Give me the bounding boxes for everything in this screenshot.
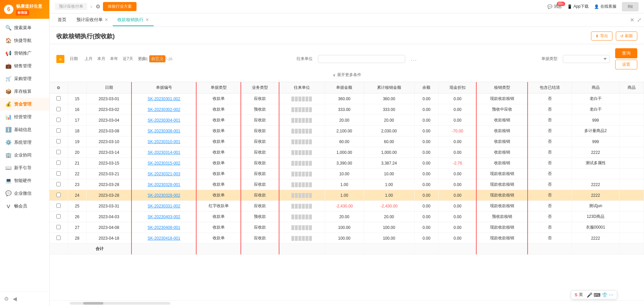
partner-input[interactable] xyxy=(318,55,405,63)
query-button[interactable]: 查询 xyxy=(615,48,637,58)
col-header-amount[interactable]: 单据金额 xyxy=(325,82,364,94)
row-select[interactable] xyxy=(50,190,68,201)
filter-more-dots[interactable]: ... xyxy=(411,56,417,62)
header-settings-icon[interactable]: ⚙ xyxy=(96,3,100,10)
row-select[interactable] xyxy=(50,94,68,104)
row-checkbox[interactable] xyxy=(56,171,61,176)
online-service-button[interactable]: 👤 在线客服 xyxy=(594,4,616,9)
row-checkbox[interactable] xyxy=(56,107,61,111)
col-header-verify-type[interactable]: 核销类型 xyxy=(476,82,527,94)
row-select[interactable] xyxy=(50,158,68,169)
row-order-no[interactable]: SK-20230308-001 xyxy=(131,126,196,136)
sidebar-item-member[interactable]: V畅会员 xyxy=(0,200,49,212)
col-header-include-settled[interactable]: 包含已结清 xyxy=(528,82,572,94)
row-order-no[interactable]: SK-20230302-002 xyxy=(131,104,196,115)
row-select[interactable] xyxy=(50,104,68,115)
row-checkbox[interactable] xyxy=(56,236,61,240)
row-checkbox[interactable] xyxy=(56,150,61,154)
tab-verify[interactable]: 收款核销执行 ✕ xyxy=(113,14,154,26)
row-checkbox[interactable] xyxy=(56,193,61,197)
export-button[interactable]: ⬆ 导出 xyxy=(591,32,612,41)
sidebar-item-search[interactable]: 🔍搜索菜单 xyxy=(0,21,49,34)
row-select[interactable] xyxy=(50,179,68,190)
sidebar-item-marketing[interactable]: 📢营销推广 xyxy=(0,47,49,60)
row-order-no[interactable]: SK-20230403-002 xyxy=(131,211,196,222)
sidebar-item-finance[interactable]: 💰资金管理 xyxy=(0,98,49,111)
col-header-order-no[interactable]: 单据编号 xyxy=(131,82,196,94)
doc-type-select[interactable] xyxy=(563,55,610,63)
col-header-date[interactable]: 日期 xyxy=(87,82,131,94)
solution-button[interactable]: 体验行业方案 xyxy=(103,2,137,11)
row-checkbox[interactable] xyxy=(56,118,61,122)
row-order-no[interactable]: SK-20230331-002 xyxy=(131,201,196,211)
col-header-product[interactable]: 商品 xyxy=(572,82,620,94)
sidebar-item-purchase[interactable]: 🛒采购管理 xyxy=(0,72,49,85)
col-header-verified[interactable]: 累计核销金额 xyxy=(364,82,414,94)
filter-toggle-button[interactable]: » xyxy=(56,55,64,63)
sidebar-item-inventory[interactable]: 📦库存核算 xyxy=(0,85,49,98)
row-checkbox[interactable] xyxy=(56,203,61,208)
expand-more-button[interactable]: ∨ 展开更多条件 xyxy=(333,72,361,78)
row-select[interactable] xyxy=(50,126,68,136)
row-order-no[interactable]: SK-20230408-001 xyxy=(131,222,196,233)
col-header-balance[interactable]: 余额 xyxy=(414,82,439,94)
sidebar-item-hardware[interactable]: 💻智能硬件 xyxy=(0,174,49,187)
col-header-doc-type[interactable]: 单据类型 xyxy=(196,82,241,94)
sidebar-item-operation[interactable]: 📊经营管理 xyxy=(0,111,49,123)
sidebar-item-corp[interactable]: 🏢企业协同 xyxy=(0,149,49,162)
col-header-product2[interactable]: 商品 xyxy=(620,82,644,94)
tab-home[interactable]: 首页 xyxy=(52,14,72,26)
row-order-no[interactable]: SK-20230328-001 xyxy=(131,179,196,190)
row-select[interactable] xyxy=(50,233,68,244)
row-order-no[interactable]: SK-20230301-002 xyxy=(131,94,196,104)
ime-keyboard-icon[interactable]: ⌨ xyxy=(594,292,600,298)
sidebar-item-shortcut[interactable]: 🏠快捷导航 xyxy=(0,34,49,47)
row-select[interactable] xyxy=(50,136,68,147)
row-checkbox[interactable] xyxy=(56,128,61,133)
row-checkbox[interactable] xyxy=(56,182,61,186)
date-this-year[interactable]: 本年 xyxy=(109,55,119,62)
date-this-month[interactable]: 本月 xyxy=(96,55,107,62)
message-button[interactable]: 💬 消息 99+ xyxy=(547,4,562,9)
row-select[interactable] xyxy=(50,201,68,211)
date-7days[interactable]: 近7天 xyxy=(121,55,135,62)
sidebar-item-sales[interactable]: 💼销售管理 xyxy=(0,60,49,72)
col-header-settings[interactable]: ⚙ xyxy=(50,82,68,94)
row-order-no[interactable]: SK-20230328-002 xyxy=(131,190,196,201)
sidebar-item-wechat[interactable]: 💬企业微信 xyxy=(0,187,49,200)
app-download-button[interactable]: 📱 App下载 xyxy=(567,4,589,9)
row-order-no[interactable]: SK-20230304-001 xyxy=(131,115,196,126)
row-checkbox[interactable] xyxy=(56,225,61,229)
tab-maximize[interactable]: ⤢ xyxy=(637,17,641,23)
collapse-icon[interactable]: ◀ xyxy=(13,296,17,302)
sidebar-item-basic[interactable]: ℹ️基础信息 xyxy=(0,123,49,136)
col-header-biz-type[interactable]: 业务类型 xyxy=(241,82,279,94)
row-select[interactable] xyxy=(50,222,68,233)
row-order-no[interactable]: SK-20230315-002 xyxy=(131,158,196,169)
row-order-no[interactable]: SK-20230314-001 xyxy=(131,147,196,158)
refresh-button[interactable]: ↺ 刷新 xyxy=(616,32,637,41)
row-select[interactable] xyxy=(50,169,68,179)
settings-button[interactable]: 设置 xyxy=(615,60,637,69)
col-header-partner[interactable]: 往来单位 xyxy=(279,82,325,94)
row-checkbox[interactable] xyxy=(56,214,61,219)
sidebar-item-guide[interactable]: 📖新手引导 xyxy=(0,162,49,174)
avatar[interactable]: Rit xyxy=(622,2,639,11)
tab-close-all[interactable]: ✕ xyxy=(630,17,634,23)
row-order-no[interactable]: SK-20230418-001 xyxy=(131,233,196,244)
row-select[interactable] xyxy=(50,211,68,222)
row-checkbox[interactable] xyxy=(56,161,61,165)
row-order-no[interactable]: SK-20230310-001 xyxy=(131,136,196,147)
scroll-thumb[interactable] xyxy=(83,302,103,305)
row-order-no[interactable]: SK-20230321-003 xyxy=(131,169,196,179)
tab-prepay[interactable]: 预计应收付单 ✕ xyxy=(72,14,113,26)
ime-more-icon[interactable]: ⋯ xyxy=(609,292,613,298)
tab-verify-close[interactable]: ✕ xyxy=(146,17,149,22)
row-select[interactable] xyxy=(50,147,68,158)
ime-shirt-icon[interactable]: 👕 xyxy=(602,292,607,298)
row-checkbox[interactable] xyxy=(56,139,61,143)
sidebar-item-system[interactable]: ⚙️系统管理 xyxy=(0,136,49,149)
row-select[interactable] xyxy=(50,115,68,126)
settings-bottom-icon[interactable]: ⚙ xyxy=(4,296,9,302)
ime-mic-icon[interactable]: 🎤 xyxy=(587,292,592,298)
